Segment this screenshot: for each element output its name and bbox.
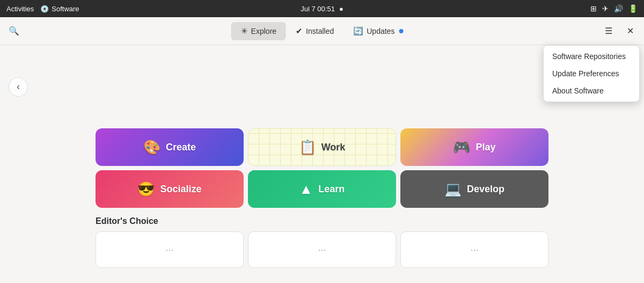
socialize-icon: 😎 bbox=[137, 181, 155, 198]
dropdown-menu: Software Repositories Update Preferences… bbox=[543, 45, 640, 102]
menu-icon: ☰ bbox=[605, 26, 612, 36]
explore-icon: ✳ bbox=[241, 26, 248, 36]
close-icon: ✕ bbox=[627, 26, 634, 36]
app-cards-grid: ··· ··· ··· bbox=[96, 231, 548, 268]
tab-updates[interactable]: 🔄 Updates bbox=[343, 22, 413, 40]
carousel-prev-button[interactable]: ‹ bbox=[9, 77, 28, 97]
activities-button[interactable]: Activities bbox=[6, 5, 34, 13]
updates-icon: 🔄 bbox=[353, 26, 363, 36]
learn-label: Learn bbox=[318, 184, 345, 195]
app-window: 🔍 ✳ Explore ✔ Installed 🔄 Updates ☰ ✕ bbox=[0, 17, 644, 283]
category-play[interactable]: 🎮 Play bbox=[400, 128, 548, 166]
system-bar: Activities 💿 Software Jul 7 00:51 ● ⊞ ✈ … bbox=[0, 0, 644, 17]
editors-choice-section: Editor's Choice ··· ··· ··· bbox=[0, 212, 644, 268]
play-label: Play bbox=[475, 142, 495, 153]
play-icon: 🎮 bbox=[453, 139, 470, 156]
app-card-2[interactable]: ··· bbox=[248, 231, 396, 268]
toolbar: 🔍 ✳ Explore ✔ Installed 🔄 Updates ☰ ✕ bbox=[0, 17, 644, 45]
chevron-left-icon: ‹ bbox=[17, 81, 20, 92]
battery-icon: 🔋 bbox=[628, 4, 638, 13]
tab-explore[interactable]: ✳ Explore bbox=[231, 22, 286, 40]
category-learn[interactable]: ▲ Learn bbox=[248, 170, 396, 208]
category-create[interactable]: 🎨 Create bbox=[96, 128, 244, 166]
editors-choice-title: Editor's Choice bbox=[96, 216, 548, 226]
status-dot: ● bbox=[339, 5, 343, 13]
socialize-label: Socialize bbox=[160, 184, 201, 195]
search-icon: 🔍 bbox=[9, 26, 19, 36]
develop-icon: 💻 bbox=[444, 181, 462, 198]
app-card-2-placeholder: ··· bbox=[318, 244, 326, 256]
app-card-1[interactable]: ··· bbox=[96, 231, 244, 268]
category-grid: 🎨 Create 📋 Work 🎮 Play 😎 Socialize ▲ Lea… bbox=[0, 128, 644, 208]
menu-button[interactable]: ☰ bbox=[599, 21, 618, 41]
dropdown-item-preferences[interactable]: Update Preferences bbox=[544, 65, 639, 82]
nav-tabs: ✳ Explore ✔ Installed 🔄 Updates bbox=[231, 22, 413, 40]
work-label: Work bbox=[321, 142, 346, 153]
volume-icon: 🔊 bbox=[614, 4, 623, 13]
category-develop[interactable]: 💻 Develop bbox=[400, 170, 548, 208]
app-card-1-placeholder: ··· bbox=[165, 244, 173, 256]
category-work[interactable]: 📋 Work bbox=[248, 128, 396, 166]
develop-label: Develop bbox=[467, 184, 504, 195]
tab-installed[interactable]: ✔ Installed bbox=[286, 22, 343, 40]
work-icon: 📋 bbox=[299, 139, 316, 156]
toolbar-right: ☰ ✕ bbox=[599, 21, 640, 41]
create-label: Create bbox=[166, 142, 196, 153]
installed-icon: ✔ bbox=[296, 26, 303, 36]
datetime-label: Jul 7 00:51 bbox=[301, 5, 335, 13]
dropdown-item-repositories[interactable]: Software Repositories bbox=[544, 48, 639, 65]
app-card-3[interactable]: ··· bbox=[400, 231, 548, 268]
learn-icon: ▲ bbox=[299, 181, 313, 198]
network-icon: ⊞ bbox=[590, 4, 597, 13]
app-icon: 💿 bbox=[40, 5, 49, 13]
airplane-icon: ✈ bbox=[602, 4, 609, 13]
close-button[interactable]: ✕ bbox=[620, 21, 640, 41]
create-icon: 🎨 bbox=[143, 139, 160, 156]
update-notification-dot bbox=[399, 29, 403, 33]
category-socialize[interactable]: 😎 Socialize bbox=[96, 170, 244, 208]
app-name-label: 💿 Software bbox=[40, 5, 79, 13]
search-button[interactable]: 🔍 bbox=[4, 21, 24, 41]
dropdown-item-about[interactable]: About Software bbox=[544, 82, 639, 99]
app-card-3-placeholder: ··· bbox=[470, 244, 478, 256]
